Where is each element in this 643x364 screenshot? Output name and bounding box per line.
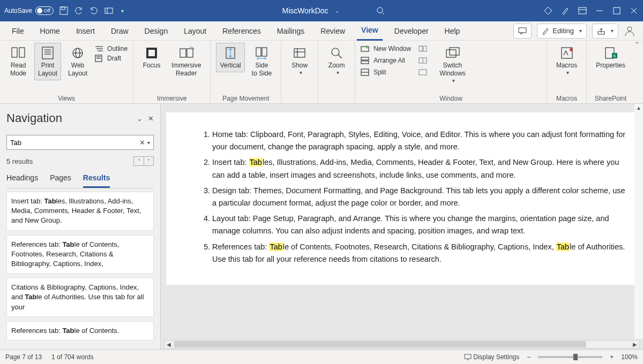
tab-layout[interactable]: Layout bbox=[180, 21, 211, 41]
svg-point-42 bbox=[332, 48, 339, 56]
brush-icon[interactable] bbox=[560, 6, 570, 16]
group-sharepoint: SProperties SharePoint bbox=[587, 41, 634, 103]
tab-help[interactable]: Help bbox=[440, 21, 465, 41]
comments-button[interactable] bbox=[513, 24, 532, 39]
web-layout-button[interactable]: WebLayout bbox=[64, 43, 91, 80]
svg-line-43 bbox=[338, 55, 342, 58]
vertical-scrollbar[interactable]: ▲ bbox=[634, 104, 643, 339]
search-icon[interactable] bbox=[376, 6, 385, 16]
reset-position-button[interactable] bbox=[418, 69, 428, 76]
status-page[interactable]: Page 7 of 13 bbox=[5, 353, 42, 361]
autosave-control[interactable]: AutoSave Off bbox=[4, 6, 54, 15]
prev-result-icon[interactable]: ˄ bbox=[134, 157, 144, 165]
nav-close-icon[interactable]: ✕ bbox=[148, 115, 154, 123]
navtab-headings[interactable]: Headings bbox=[6, 173, 38, 188]
display-settings-button[interactable]: Display Settings bbox=[464, 353, 519, 361]
status-words[interactable]: 1 of 704 words bbox=[51, 353, 94, 361]
document-list-item: References tab: Table of Contents, Footn… bbox=[212, 241, 626, 266]
navigation-title: Navigation bbox=[6, 111, 62, 125]
tab-mailings[interactable]: Mailings bbox=[273, 21, 309, 41]
titlebar: AutoSave Off ▾ MiscWorkDoc ⌄ bbox=[0, 0, 643, 21]
arrange-all-button[interactable]: Arrange All bbox=[361, 57, 411, 64]
svg-rect-56 bbox=[446, 50, 456, 57]
share-button[interactable]: ▾ bbox=[592, 24, 618, 39]
properties-button[interactable]: SProperties bbox=[592, 43, 629, 72]
document-page[interactable]: Home tab: Clipboard, Font, Paragraph, St… bbox=[166, 112, 638, 285]
undo-icon[interactable] bbox=[74, 6, 84, 16]
result-item[interactable]: Citations & Bibliography, Captions, Inde… bbox=[6, 278, 154, 317]
group-zoom: Zoom▾ bbox=[318, 41, 355, 103]
outline-button[interactable]: Outline bbox=[94, 45, 128, 52]
tab-review[interactable]: Review bbox=[316, 21, 349, 41]
draft-button[interactable]: Draft bbox=[94, 55, 128, 62]
result-item[interactable]: References tab: Table of Contents, Footn… bbox=[6, 235, 154, 274]
chevron-down-icon[interactable]: ⌄ bbox=[335, 8, 339, 14]
svg-point-59 bbox=[570, 48, 573, 51]
navtab-pages[interactable]: Pages bbox=[50, 173, 71, 188]
new-window-button[interactable]: New Window bbox=[361, 45, 411, 52]
svg-rect-12 bbox=[519, 28, 526, 33]
svg-rect-52 bbox=[423, 46, 427, 51]
zoom-plus-icon[interactable]: + bbox=[610, 353, 614, 361]
nav-search-input[interactable] bbox=[10, 139, 139, 147]
vertical-button[interactable]: Vertical bbox=[216, 43, 244, 72]
focus-button[interactable]: Focus bbox=[139, 43, 165, 72]
result-item[interactable]: References tab: Table of Contents. bbox=[6, 321, 154, 340]
read-mode-button[interactable]: ReadMode bbox=[5, 43, 31, 80]
svg-rect-55 bbox=[419, 70, 427, 75]
zoom-minus-icon[interactable]: − bbox=[527, 353, 530, 361]
print-layout-button[interactable]: PrintLayout bbox=[34, 43, 61, 80]
horizontal-scrollbar[interactable]: ◀▶ bbox=[164, 340, 640, 348]
tab-developer[interactable]: Developer bbox=[390, 21, 433, 41]
side-to-side-button[interactable]: Sideto Side bbox=[248, 43, 275, 80]
ribbon: ReadMode PrintLayout WebLayout Outline D… bbox=[0, 41, 643, 104]
tab-file[interactable]: File bbox=[8, 21, 28, 41]
document-list-item: Layout tab: Page Setup, Paragraph, and A… bbox=[212, 213, 626, 237]
group-views: ReadMode PrintLayout WebLayout Outline D… bbox=[0, 41, 133, 103]
tab-view[interactable]: View bbox=[357, 21, 383, 41]
close-icon[interactable] bbox=[629, 6, 639, 16]
next-result-icon[interactable]: ˅ bbox=[144, 157, 153, 165]
tab-draw[interactable]: Draw bbox=[107, 21, 133, 41]
nav-dropdown-icon[interactable]: ⌄ bbox=[137, 115, 143, 123]
save-icon[interactable] bbox=[59, 6, 69, 16]
show-button[interactable]: Show▾ bbox=[287, 43, 312, 79]
svg-rect-0 bbox=[60, 7, 68, 14]
macros-button[interactable]: Macros▾ bbox=[552, 43, 581, 79]
collapse-ribbon-icon[interactable]: ⌃ bbox=[634, 41, 643, 103]
immersive-reader-button[interactable]: ImmersiveReader bbox=[168, 43, 205, 80]
tab-insert[interactable]: Insert bbox=[72, 21, 99, 41]
redo-icon[interactable] bbox=[89, 6, 99, 16]
sync-scroll-button[interactable] bbox=[418, 57, 428, 64]
nav-search-box[interactable]: ✕ ▾ bbox=[6, 135, 154, 150]
svg-rect-31 bbox=[148, 50, 155, 56]
editing-mode-button[interactable]: Editing▾ bbox=[537, 24, 587, 39]
navtab-results[interactable]: Results bbox=[83, 173, 110, 188]
minimize-icon[interactable] bbox=[595, 6, 604, 16]
result-item[interactable]: Insert tab: Tables, Illustrations, Add-i… bbox=[6, 192, 154, 231]
diamond-icon[interactable] bbox=[543, 6, 553, 16]
result-nav-arrows[interactable]: ˄˅ bbox=[133, 156, 154, 166]
zoom-value[interactable]: 100% bbox=[621, 353, 638, 361]
svg-rect-37 bbox=[262, 48, 267, 56]
svg-rect-39 bbox=[294, 49, 305, 57]
document-title[interactable]: MiscWorkDoc bbox=[282, 6, 328, 15]
window-icon[interactable] bbox=[578, 6, 587, 16]
tab-references[interactable]: References bbox=[218, 21, 265, 41]
tab-design[interactable]: Design bbox=[140, 21, 173, 41]
qat-icon[interactable] bbox=[104, 6, 114, 16]
zoom-button[interactable]: Zoom▾ bbox=[324, 43, 349, 79]
zoom-slider[interactable] bbox=[538, 356, 602, 358]
split-button[interactable]: Split bbox=[361, 69, 411, 76]
autosave-toggle[interactable]: Off bbox=[35, 6, 54, 15]
view-side-button[interactable] bbox=[418, 45, 428, 52]
account-icon[interactable] bbox=[624, 25, 635, 37]
maximize-icon[interactable] bbox=[612, 6, 622, 16]
tab-home[interactable]: Home bbox=[36, 21, 64, 41]
clear-icon[interactable]: ✕ bbox=[139, 139, 145, 147]
svg-rect-57 bbox=[450, 48, 459, 55]
switch-windows-button[interactable]: SwitchWindows▾ bbox=[436, 43, 469, 87]
document-list-item: Insert tab: Tables, Illustrations, Add-i… bbox=[212, 156, 626, 181]
group-page-movement: Vertical Sideto Side Page Movement bbox=[211, 41, 281, 103]
chevron-down-icon[interactable]: ▾ bbox=[147, 140, 150, 146]
